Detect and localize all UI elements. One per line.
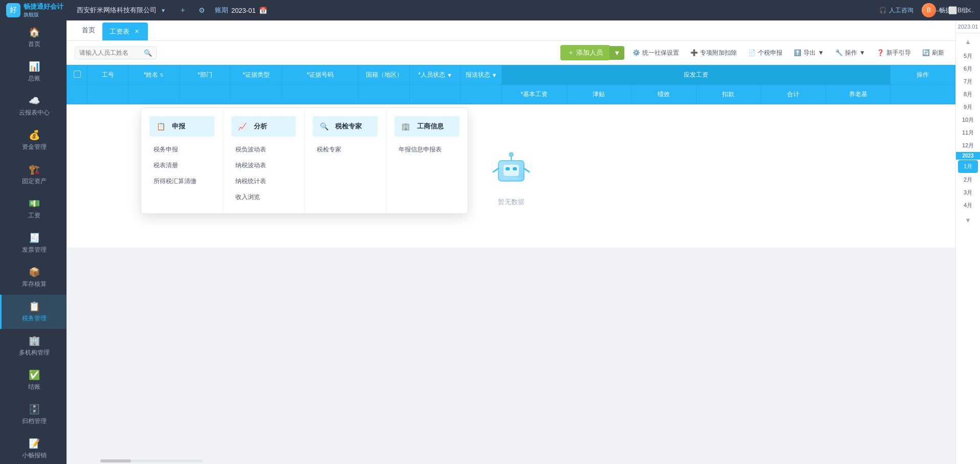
th2-cert-type	[231, 85, 282, 104]
sidebar-item-closing[interactable]: ✅ 结账	[0, 363, 67, 397]
timeline-month-2023-4[interactable]: 4月	[956, 199, 980, 212]
salary-content: 🔍 ＋ 添加人员 ▼ ⚙️ 统一社保设置 ➕	[67, 41, 955, 464]
tax-declaration-btn[interactable]: 税务申报	[149, 142, 214, 158]
send-status-filter-icon[interactable]: ▼	[492, 72, 497, 78]
timeline-up-btn[interactable]: ▲	[962, 35, 974, 48]
timeline-month-2023-2[interactable]: 2月	[956, 173, 980, 186]
add-company-btn[interactable]: ＋	[176, 4, 189, 17]
timeline-month-2023-1[interactable]: 1月	[958, 160, 978, 173]
settings-icon[interactable]: ⚙	[195, 4, 209, 17]
sidebar-label-invoice: 发票管理	[22, 246, 47, 254]
annual-report-btn[interactable]: 年报信息申报表	[395, 142, 460, 158]
th-name: *姓名 ⇅	[128, 65, 180, 85]
timeline-month-2023-3[interactable]: 3月	[956, 186, 980, 199]
analysis-title: 分析	[254, 122, 267, 131]
sidebar-item-home[interactable]: 🏠 首页	[0, 20, 67, 55]
tax-stats-btn[interactable]: 纳税统计表	[231, 173, 296, 189]
closing-icon: ✅	[29, 369, 40, 381]
archive-icon: 🗄️	[29, 404, 40, 415]
sidebar-item-ledger[interactable]: 📊 总账	[0, 55, 67, 89]
sidebar-item-expense[interactable]: 📝 小畅报销	[0, 432, 67, 464]
timeline-month-9[interactable]: 9月	[956, 101, 980, 114]
tax-col-declaration: 📋 申报 税务申报 税表清册 所得税汇算清缴	[141, 108, 223, 213]
tax-col-analysis: 📈 分析 税负波动表 纳税波动表 纳税统计表 收入浏览	[223, 108, 305, 213]
th-send-status: 报送状态 ▼	[461, 65, 502, 85]
operations-btn[interactable]: 🔧 操作 ▼	[832, 47, 868, 59]
timeline-month-6[interactable]: 6月	[956, 62, 980, 75]
company-selector[interactable]: 西安虾米网络科技有限公司 ▼	[73, 4, 170, 17]
horizontal-scrollbar[interactable]	[67, 458, 955, 464]
period-label: 账期	[215, 6, 228, 15]
tab-salary-table[interactable]: 工资表 ✕	[102, 23, 148, 40]
th-person-status: *人员状态 ▼	[410, 65, 461, 85]
header-checkbox[interactable]	[74, 71, 81, 78]
logo-text: 畅捷通好会计 旗舰版	[24, 3, 63, 18]
th-dept: *部门	[180, 65, 231, 85]
minimize-btn[interactable]: —	[929, 3, 943, 17]
income-tax-settle-btn[interactable]: 所得税汇算清缴	[149, 173, 214, 189]
add-icon: ＋	[568, 48, 574, 57]
sidebar-item-invoice[interactable]: 🧾 发票管理	[0, 226, 67, 260]
timeline-month-12[interactable]: 12月	[956, 139, 980, 152]
export-btn[interactable]: ⬆️ 导出 ▼	[791, 47, 827, 59]
timeline-month-11[interactable]: 11月	[956, 126, 980, 139]
salary-icon: 💵	[29, 198, 40, 209]
timeline-month-8[interactable]: 8月	[956, 88, 980, 101]
tax-table-list-btn[interactable]: 税表清册	[149, 158, 214, 173]
tab-home[interactable]: 首页	[75, 20, 102, 40]
export-icon: ⬆️	[794, 49, 801, 56]
analysis-header-icon: 📈	[235, 119, 250, 134]
tab-close-btn[interactable]: ✕	[133, 28, 141, 36]
home-icon: 🏠	[29, 27, 40, 38]
income-browse-btn[interactable]: 收入浏览	[231, 189, 296, 205]
th2-send-status	[461, 85, 502, 104]
timeline-month-10[interactable]: 10月	[956, 114, 980, 126]
social-security-btn[interactable]: ⚙️ 统一社保设置	[629, 47, 682, 59]
timeline-month-7[interactable]: 7月	[956, 75, 980, 88]
calendar-icon[interactable]: 📅	[259, 7, 267, 14]
timeline-down-btn[interactable]: ▼	[962, 214, 974, 226]
export-label: 导出	[803, 49, 816, 57]
sidebar-item-salary[interactable]: 💵 工资	[0, 192, 67, 226]
tax-expert-btn[interactable]: 税检专家	[313, 142, 378, 158]
timeline-month-5[interactable]: 5月	[956, 50, 980, 62]
add-person-btn-group: ＋ 添加人员 ▼	[560, 45, 624, 60]
person-status-filter-icon[interactable]: ▼	[447, 72, 452, 78]
special-deduct-label: 专项附加扣除	[700, 49, 737, 57]
sidebar-item-archive[interactable]: 🗄️ 归档管理	[0, 397, 67, 432]
sidebar-item-fixed-asset[interactable]: 🏗️ 固定资产	[0, 158, 67, 192]
toolbar-right: ＋ 添加人员 ▼ ⚙️ 统一社保设置 ➕ 专项附加扣除 📄	[560, 45, 947, 60]
sidebar-item-fund[interactable]: 💰 资金管理	[0, 123, 67, 158]
tax-col-business: 🏢 工商信息 年报信息申报表	[386, 108, 468, 213]
sidebar-item-tax[interactable]: 📋 税务管理	[0, 295, 67, 329]
th2-allowance: 津贴	[567, 85, 631, 104]
maximize-btn[interactable]: ⬜	[945, 3, 960, 17]
th-ops: 操作	[890, 65, 955, 85]
new-guide-btn[interactable]: ❓ 新手引导	[874, 47, 914, 59]
main-layout: 🏠 首页 📊 总账 ☁️ 云报表中心 💰 资金管理 🏗️ 固定资产 💵 工资 🧾…	[0, 20, 980, 464]
tax-burden-wave-btn[interactable]: 税负波动表	[231, 142, 296, 158]
close-btn[interactable]: ✕	[962, 3, 976, 17]
ledger-icon: 📊	[29, 61, 40, 72]
add-person-btn[interactable]: ＋ 添加人员	[560, 45, 610, 60]
business-title: 工商信息	[417, 122, 444, 131]
top-header: 好 畅捷通好会计 旗舰版 西安虾米网络科技有限公司 ▼ ＋ ⚙ 账期 2023-…	[0, 0, 980, 20]
sidebar-label-closing: 结账	[28, 383, 40, 391]
search-icon[interactable]: 🔍	[144, 49, 152, 57]
sidebar-item-cloud-report[interactable]: ☁️ 云报表中心	[0, 89, 67, 123]
special-deduct-btn[interactable]: ➕ 专项附加扣除	[687, 47, 740, 59]
business-header-icon: 🏢	[399, 119, 413, 134]
sidebar-item-inventory[interactable]: 📦 库存核算	[0, 260, 67, 295]
svg-rect-2	[506, 167, 510, 170]
service-btn[interactable]: 🎧 人工咨询	[879, 6, 913, 15]
refresh-btn[interactable]: 🔄 刷新	[919, 47, 947, 59]
invoice-icon: 🧾	[29, 232, 40, 244]
name-sort-icon[interactable]: ⇅	[160, 73, 164, 78]
sidebar-item-multi-org[interactable]: 🏢 多机构管理	[0, 329, 67, 363]
tax-wave-btn[interactable]: 纳税波动表	[231, 158, 296, 173]
operations-label: 操作	[845, 49, 857, 57]
svg-rect-3	[513, 167, 517, 170]
search-input[interactable]	[79, 49, 141, 56]
personal-tax-btn[interactable]: 📄 个税申报	[745, 47, 786, 59]
add-btn-dropdown[interactable]: ▼	[609, 46, 624, 60]
